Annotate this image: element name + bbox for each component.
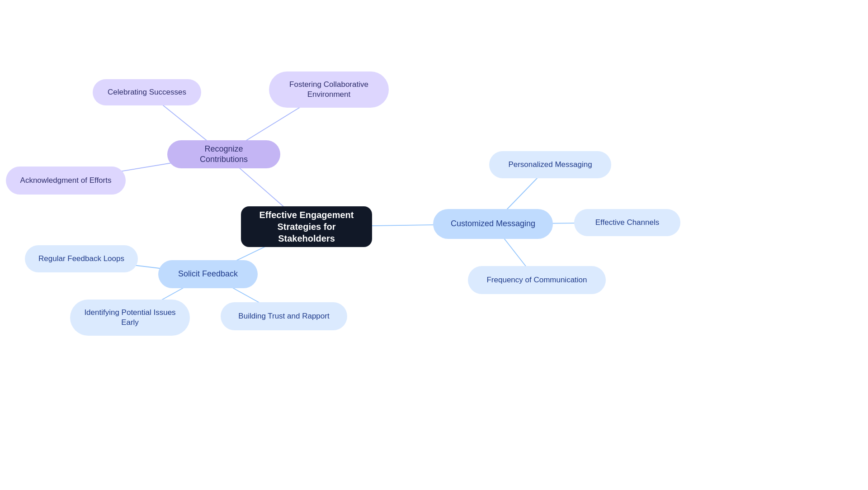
celebrating-node: Celebrating Successes	[93, 79, 201, 105]
identifying-node: Identifying Potential Issues Early	[70, 300, 190, 336]
effective-node: Effective Channels	[574, 209, 680, 236]
recognize-node: Recognize Contributions	[167, 140, 280, 168]
regular-node: Regular Feedback Loops	[25, 245, 138, 272]
solicit-node: Solicit Feedback	[158, 260, 258, 288]
acknowledgment-node: Acknowledgment of Efforts	[6, 167, 126, 195]
personalized-node: Personalized Messaging	[489, 151, 611, 178]
fostering-node: Fostering Collaborative Environment	[269, 71, 389, 108]
frequency-node: Frequency of Communication	[468, 266, 606, 294]
building-node: Building Trust and Rapport	[221, 302, 347, 330]
customized-node: Customized Messaging	[433, 209, 553, 239]
center-node: Effective Engagement Strategies for Stak…	[241, 206, 372, 247]
